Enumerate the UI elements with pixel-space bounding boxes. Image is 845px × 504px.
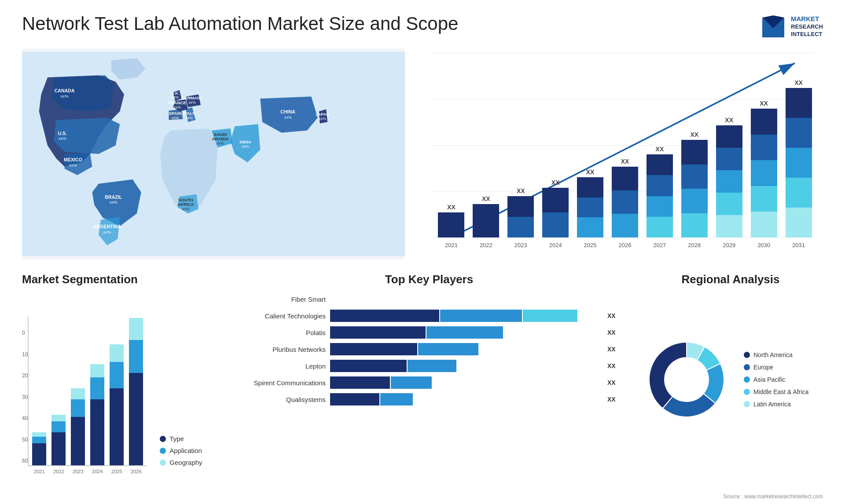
seg-bar-segment bbox=[71, 399, 85, 417]
svg-text:BRAZIL: BRAZIL bbox=[105, 194, 122, 200]
bar-segment bbox=[473, 204, 499, 237]
seg-bar-group: 2026 bbox=[128, 318, 144, 465]
bar-segment bbox=[647, 175, 673, 196]
reg-legend-item: North America bbox=[744, 351, 808, 358]
bar-value-label: XX bbox=[482, 195, 490, 202]
bar-stack bbox=[681, 140, 708, 237]
bar-group: XX2021 bbox=[436, 204, 467, 237]
bar-value-label: XX bbox=[551, 179, 560, 186]
player-bar-dark bbox=[330, 310, 439, 322]
seg-legend-item: Type bbox=[160, 435, 202, 442]
svg-text:xx%: xx% bbox=[182, 207, 190, 211]
svg-text:xx%: xx% bbox=[284, 115, 292, 120]
svg-text:U.S.: U.S. bbox=[58, 131, 67, 136]
reg-legend-item: Middle East & Africa bbox=[744, 388, 808, 395]
svg-text:MEXICO: MEXICO bbox=[64, 157, 82, 162]
reg-legend-item: Latin America bbox=[744, 401, 808, 408]
player-bar-dark bbox=[330, 360, 407, 372]
svg-text:CHINA: CHINA bbox=[280, 109, 295, 114]
logo-text: MARKET RESEARCH INTELLECT bbox=[791, 15, 823, 38]
bar-stack bbox=[751, 109, 777, 237]
reg-legend-label: Middle East & Africa bbox=[753, 388, 808, 395]
seg-y-labels: 6050403020100 bbox=[22, 330, 28, 466]
player-bars bbox=[330, 360, 603, 372]
page-title: Network Test Lab Automation Market Size … bbox=[22, 13, 458, 34]
bar-segment bbox=[577, 177, 603, 197]
seg-bar-segment bbox=[90, 377, 104, 399]
bar-stack bbox=[473, 204, 499, 237]
legend-dot bbox=[160, 448, 166, 454]
bar-segment bbox=[612, 167, 638, 190]
map-container: CANADA xx% U.S. xx% MEXICO xx% BRAZIL xx… bbox=[22, 48, 405, 259]
reg-legend-dot bbox=[744, 401, 750, 407]
regional-legend: North AmericaEuropeAsia PacificMiddle Ea… bbox=[744, 351, 808, 408]
player-bar-mid bbox=[440, 310, 522, 322]
bar-year-label: 2023 bbox=[514, 242, 527, 248]
donut-segment bbox=[649, 342, 687, 408]
seg-bar-year: 2025 bbox=[111, 469, 122, 474]
page-container: Network Test Lab Automation Market Size … bbox=[0, 0, 845, 504]
seg-bar-segment bbox=[90, 399, 104, 465]
bar-segment bbox=[786, 148, 812, 178]
player-bar-dark bbox=[330, 343, 417, 355]
bar-group: XX2023 bbox=[505, 187, 536, 237]
bar-group: XX2025 bbox=[575, 168, 606, 237]
player-bar-dark bbox=[330, 326, 426, 339]
player-bar-mid bbox=[391, 376, 432, 389]
bar-segment bbox=[577, 217, 603, 237]
bar-segment bbox=[786, 88, 812, 118]
player-bars bbox=[330, 393, 603, 405]
player-bars bbox=[330, 293, 621, 305]
svg-text:xx%: xx% bbox=[319, 117, 326, 121]
donut-container bbox=[638, 331, 735, 428]
bar-year-label: 2026 bbox=[619, 242, 632, 248]
player-xx: XX bbox=[607, 346, 621, 353]
bar-segment bbox=[612, 190, 638, 214]
player-bars bbox=[330, 343, 603, 355]
bar-segment bbox=[716, 125, 742, 148]
bar-segment bbox=[716, 193, 742, 215]
bar-segment bbox=[751, 186, 777, 212]
seg-bar-segment bbox=[129, 340, 143, 373]
svg-text:ARABIA: ARABIA bbox=[212, 136, 229, 141]
player-bar-mid bbox=[380, 393, 413, 405]
bar-group: XX2029 bbox=[713, 117, 745, 237]
bar-stack bbox=[542, 188, 569, 237]
bar-segment bbox=[681, 213, 708, 237]
svg-text:xx%: xx% bbox=[69, 163, 77, 168]
seg-bar-year: 2024 bbox=[92, 469, 103, 474]
reg-legend-label: Europe bbox=[753, 364, 773, 371]
bar-segment bbox=[681, 164, 708, 189]
player-name: Pluribus Networks bbox=[238, 346, 326, 353]
reg-legend-dot bbox=[744, 389, 750, 395]
player-xx: XX bbox=[607, 312, 621, 319]
player-bar-dark bbox=[330, 393, 379, 405]
svg-text:AFRICA: AFRICA bbox=[178, 202, 194, 207]
seg-bar-segment bbox=[71, 388, 85, 399]
bar-segment bbox=[542, 212, 569, 237]
reg-legend-label: Latin America bbox=[753, 401, 791, 408]
bar-chart-container: XX2021XX2022XX2023XX2024XX2025XX2026XX20… bbox=[422, 48, 823, 259]
bar-year-label: 2025 bbox=[584, 242, 597, 248]
player-row: Pluribus NetworksXX bbox=[238, 343, 621, 355]
seg-y-label: 40 bbox=[22, 415, 28, 421]
player-bars bbox=[330, 310, 603, 322]
seg-bar-segment bbox=[129, 373, 143, 465]
player-xx: XX bbox=[607, 396, 621, 403]
svg-text:U.K.: U.K. bbox=[171, 91, 180, 95]
player-row: QualisystemsXX bbox=[238, 393, 621, 405]
seg-bar-year: 2026 bbox=[131, 469, 141, 474]
legend-dot bbox=[160, 436, 166, 442]
bar-year-label: 2030 bbox=[757, 242, 770, 248]
seg-y-label: 20 bbox=[22, 373, 28, 379]
bar-year-label: 2024 bbox=[549, 242, 562, 248]
player-xx: XX bbox=[607, 379, 621, 386]
regional-title: Regional Analysis bbox=[638, 273, 823, 286]
player-name: Spirent Communications bbox=[238, 379, 326, 387]
svg-text:xx%: xx% bbox=[61, 94, 69, 99]
players-title: Top Key Players bbox=[238, 273, 621, 286]
seg-bar-segment bbox=[32, 437, 46, 443]
donut-chart bbox=[638, 331, 735, 428]
seg-legend: TypeApplicationGeography bbox=[155, 435, 202, 466]
svg-text:xx%: xx% bbox=[174, 105, 181, 110]
